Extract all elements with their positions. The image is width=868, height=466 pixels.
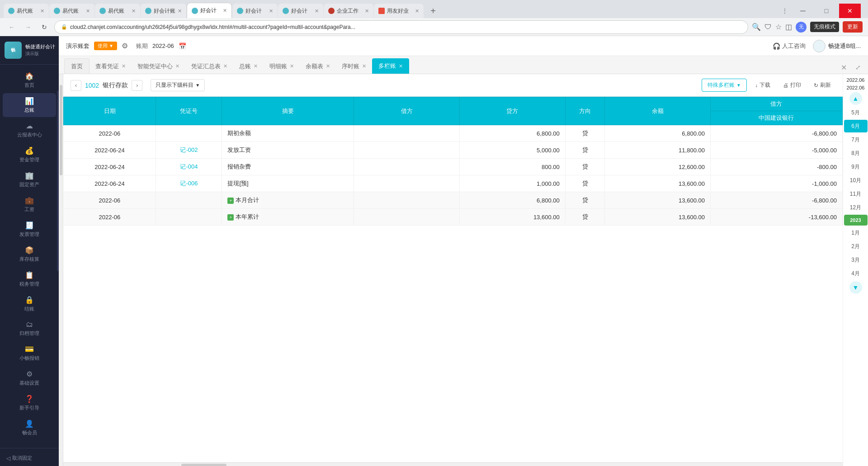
prev-account-button[interactable]: ‹ — [71, 80, 81, 91]
url-input[interactable]: 🔒 cloud2.chanjet.com/accounting/uh26t264… — [54, 20, 748, 34]
tab-close-multi-col[interactable]: ✕ — [399, 63, 403, 69]
tab-voucher-summary[interactable]: 凭证汇总表 ✕ — [185, 58, 233, 74]
tab-close-detail-ledger[interactable]: ✕ — [290, 63, 294, 69]
cell-voucher-1[interactable]: 记-002 — [156, 142, 222, 159]
back-button[interactable]: ← — [5, 21, 18, 33]
scroll-up-button[interactable]: ▲ — [849, 92, 862, 105]
month-nav-item-2023-3[interactable]: 3月 — [844, 254, 868, 266]
tab-close-4[interactable]: ✕ — [178, 8, 182, 14]
browser-tab-5[interactable]: 好会计 ✕ — [187, 3, 232, 18]
horizontal-scrollbar[interactable] — [63, 462, 843, 466]
demo-badge[interactable]: 使用 ▼ — [94, 42, 117, 50]
new-tab-button[interactable]: + — [426, 4, 440, 18]
sidebar-item-home[interactable]: 🏠 首页 — [3, 68, 56, 92]
browser-tab-9[interactable]: 用友好业 ✕ — [374, 4, 424, 18]
browser-tab-8[interactable]: 企业工作 ✕ — [324, 4, 373, 18]
sidebar-item-assets[interactable]: 🏢 固定资产 — [3, 168, 56, 192]
refresh-ledger-button[interactable]: ↻ 刷新 — [809, 79, 835, 91]
tab-close-general-ledger[interactable]: ✕ — [254, 63, 258, 69]
tab-close-journal[interactable]: ✕ — [362, 63, 366, 69]
month-nav-item-9[interactable]: 9月 — [844, 160, 868, 173]
maximize-button[interactable]: □ — [816, 4, 837, 18]
sidebar-item-close[interactable]: 🔒 结账 — [3, 292, 56, 316]
browser-tab-1[interactable]: 易代账 ✕ — [4, 4, 49, 18]
tab-area-close-icon[interactable]: ✕ — [837, 61, 850, 74]
year-2023-badge[interactable]: 2023 — [844, 215, 868, 226]
minimize-button[interactable]: ─ — [792, 4, 814, 18]
tab-home[interactable]: 首页 — [64, 58, 90, 74]
sidebar-item-guide[interactable]: ❓ 新手引导 — [3, 391, 56, 415]
star-icon[interactable]: ☆ — [775, 23, 782, 31]
tab-journal[interactable]: 序时账 ✕ — [336, 58, 372, 74]
browser-tab-3[interactable]: 易代账 ✕ — [95, 4, 140, 18]
sidebar-item-funds[interactable]: 💰 资金管理 — [3, 143, 56, 167]
scroll-down-button[interactable]: ▼ — [849, 281, 862, 294]
download-button[interactable]: ↓ 下载 — [750, 79, 775, 91]
multi-col-button[interactable]: 特殊多栏账 ▼ — [702, 79, 747, 92]
tab-close-2[interactable]: ✕ — [86, 8, 90, 14]
tab-close-8[interactable]: ✕ — [365, 8, 369, 14]
close-window-button[interactable]: ✕ — [839, 4, 861, 18]
sidebar-item-member[interactable]: 👤 畅会员 — [3, 416, 56, 440]
tab-close-voucher-summary[interactable]: ✕ — [223, 63, 227, 69]
filter-dropdown[interactable]: 只显示下级科目 ▼ — [151, 79, 205, 91]
search-icon[interactable]: 🔍 — [752, 23, 761, 31]
sidebar-item-settings[interactable]: ⚙ 基础设置 — [3, 366, 56, 390]
tab-close-smart-voucher[interactable]: ✕ — [175, 63, 179, 69]
month-nav-item-11[interactable]: 11月 — [844, 188, 868, 200]
calendar-icon[interactable]: 📅 — [179, 42, 186, 50]
cell-voucher-2[interactable]: 记-004 — [156, 159, 222, 175]
next-account-button[interactable]: › — [132, 80, 142, 91]
shield-icon[interactable]: 🛡 — [764, 23, 772, 31]
profile-icon[interactable]: 无 — [796, 22, 807, 33]
browser-tab-2[interactable]: 易代账 ✕ — [49, 4, 94, 18]
refresh-button[interactable]: ↻ — [38, 21, 51, 33]
tab-close-6[interactable]: ✕ — [269, 8, 273, 14]
sidebar-item-ledger[interactable]: 📊 总账 — [3, 93, 56, 117]
sidebar-toggle-icon[interactable]: ◫ — [785, 23, 792, 31]
tab-close-balance-sheet[interactable]: ✕ — [326, 63, 330, 69]
update-button[interactable]: 更新 — [843, 21, 863, 33]
top-settings-icon[interactable]: ⚙ — [122, 42, 128, 50]
tab-general-ledger[interactable]: 总账 ✕ — [233, 58, 264, 74]
sidebar-item-invoice[interactable]: 🧾 发票管理 — [3, 217, 56, 241]
month-nav-item-12[interactable]: 12月 — [844, 201, 868, 214]
sidebar-item-tax[interactable]: 📋 税务管理 — [3, 267, 56, 291]
user-info[interactable]: 畅捷通B组... — [813, 40, 861, 52]
sidebar-item-inventory[interactable]: 📦 库存核算 — [3, 242, 56, 266]
month-nav-item-2023-2[interactable]: 2月 — [844, 240, 868, 253]
browser-tab-7[interactable]: 好会计 ✕ — [278, 4, 323, 18]
tab-close-1[interactable]: ✕ — [40, 8, 44, 14]
month-nav-item-5[interactable]: 5月 — [844, 106, 868, 119]
tab-balance-sheet[interactable]: 余额表 ✕ — [300, 58, 336, 74]
month-nav-item-7[interactable]: 7月 — [844, 133, 868, 146]
tab-close-5[interactable]: ✕ — [223, 8, 227, 14]
tab-view-voucher[interactable]: 查看凭证 ✕ — [90, 58, 132, 74]
sidebar-item-reports[interactable]: ☁ 云报表中心 — [3, 118, 56, 142]
tab-close-view-voucher[interactable]: ✕ — [122, 63, 126, 69]
tab-list-button[interactable]: ⋮ — [779, 5, 790, 16]
month-nav-item-2023-4[interactable]: 4月 — [844, 267, 868, 280]
tab-close-9[interactable]: ✕ — [415, 8, 419, 14]
consult-button[interactable]: 🎧 人工咨询 — [773, 42, 806, 50]
month-nav-item-6[interactable]: 6月 — [844, 120, 868, 132]
unfix-button[interactable]: ◁ 取消固定 — [4, 452, 55, 464]
tab-smart-voucher[interactable]: 智能凭证中心 ✕ — [132, 58, 185, 74]
cell-voucher-3[interactable]: 记-006 — [156, 175, 222, 192]
tab-close-3[interactable]: ✕ — [132, 8, 136, 14]
sidebar-item-expense[interactable]: 💳 小畅报销 — [3, 341, 56, 365]
tab-close-7[interactable]: ✕ — [315, 8, 319, 14]
sidebar-item-salary[interactable]: 💼 工资 — [3, 193, 56, 217]
tab-area-resize-icon[interactable]: ⤢ — [852, 61, 864, 74]
browser-tab-6[interactable]: 好会计 ✕ — [232, 4, 278, 18]
sidebar-item-archive[interactable]: 🗂 归档管理 — [3, 317, 56, 340]
month-nav-item-2023-1[interactable]: 1月 — [844, 226, 868, 239]
tab-detail-ledger[interactable]: 明细账 ✕ — [264, 58, 300, 74]
month-nav-item-8[interactable]: 8月 — [844, 147, 868, 160]
month-nav-item-10[interactable]: 10月 — [844, 174, 868, 187]
forward-button[interactable]: → — [22, 21, 34, 33]
tab-multi-col[interactable]: 多栏账 ✕ — [372, 58, 409, 74]
no-trace-button[interactable]: 无痕模式 — [810, 22, 839, 32]
print-button[interactable]: 🖨 打印 — [778, 79, 806, 91]
browser-tab-4[interactable]: 好会计账 ✕ — [141, 4, 186, 18]
